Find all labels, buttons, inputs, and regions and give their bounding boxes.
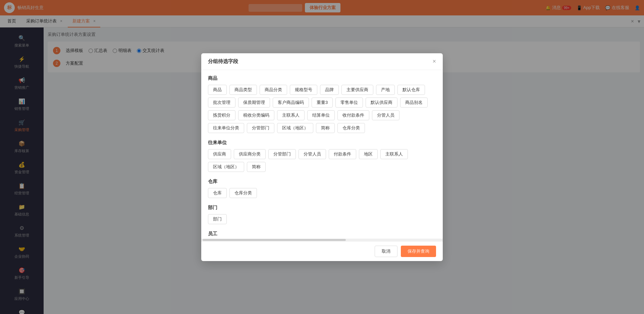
field-tag-简称[interactable]: 简称 xyxy=(247,162,266,172)
field-tag-分管部门[interactable]: 分管部门 xyxy=(268,149,296,159)
field-tag-仓库[interactable]: 仓库 xyxy=(208,188,227,198)
field-tag-默认供应商[interactable]: 默认供应商 xyxy=(366,98,397,108)
field-tag-规格型号[interactable]: 规格型号 xyxy=(290,85,317,95)
field-tag-分管人员[interactable]: 分管人员 xyxy=(299,149,326,159)
field-tag-区域（地区）[interactable]: 区域（地区） xyxy=(208,162,244,172)
field-tag-税收分类编码[interactable]: 税收分类编码 xyxy=(238,110,274,120)
field-tag-供应商[interactable]: 供应商 xyxy=(208,149,231,159)
field-tag-仓库分类[interactable]: 仓库分类 xyxy=(337,123,365,133)
field-group-部门: 部门部门 xyxy=(208,205,436,224)
field-tag-往来单位分类[interactable]: 往来单位分类 xyxy=(208,123,244,133)
field-group-title-员工: 员工 xyxy=(208,231,436,237)
field-group-title-往来单位: 往来单位 xyxy=(208,140,436,146)
field-tag-简称[interactable]: 简称 xyxy=(316,123,335,133)
field-tag-零售单位[interactable]: 零售单位 xyxy=(335,98,363,108)
field-group-仓库: 仓库仓库仓库分类 xyxy=(208,179,436,198)
modal-body: 商品商品商品类型商品分类规格型号品牌主要供应商产地默认仓库批次管理保质期管理客户… xyxy=(201,70,443,239)
field-tag-分管人员[interactable]: 分管人员 xyxy=(372,110,399,120)
field-tag-默认仓库[interactable]: 默认仓库 xyxy=(397,85,425,95)
field-tag-结算单位[interactable]: 结算单位 xyxy=(307,110,335,120)
field-tag-主联系人[interactable]: 主联系人 xyxy=(277,110,305,120)
field-group-商品: 商品商品商品类型商品分类规格型号品牌主要供应商产地默认仓库批次管理保质期管理客户… xyxy=(208,75,436,133)
field-tag-商品别名[interactable]: 商品别名 xyxy=(400,98,428,108)
field-tag-部门[interactable]: 部门 xyxy=(208,214,227,224)
field-tag-拣货积分[interactable]: 拣货积分 xyxy=(208,110,235,120)
field-group-员工: 员工业务员 xyxy=(208,231,436,239)
field-tag-供应商分类[interactable]: 供应商分类 xyxy=(234,149,266,159)
field-group-title-仓库: 仓库 xyxy=(208,179,436,185)
field-tag-收付款条件[interactable]: 收付款条件 xyxy=(337,110,369,120)
modal-horizontal-scrollbar[interactable] xyxy=(201,239,443,241)
modal-footer: 取消 保存并查询 xyxy=(201,241,443,261)
field-tag-批次管理[interactable]: 批次管理 xyxy=(208,98,235,108)
field-tag-区域（地区）[interactable]: 区域（地区） xyxy=(277,123,313,133)
field-tags-部门: 部门 xyxy=(208,214,436,224)
field-tag-仓库分类[interactable]: 仓库分类 xyxy=(229,188,257,198)
field-tag-地区[interactable]: 地区 xyxy=(359,149,378,159)
modal-title: 分组待选字段 xyxy=(208,58,238,65)
field-group-title-商品: 商品 xyxy=(208,75,436,81)
field-tag-商品类型[interactable]: 商品类型 xyxy=(229,85,257,95)
field-tag-分管部门[interactable]: 分管部门 xyxy=(247,123,274,133)
field-tag-客户商品编码[interactable]: 客户商品编码 xyxy=(273,98,309,108)
modal-scrollbar-thumb xyxy=(203,239,346,241)
field-tag-重量3[interactable]: 重量3 xyxy=(312,98,333,108)
field-tag-品牌[interactable]: 品牌 xyxy=(320,85,339,95)
field-tag-商品[interactable]: 商品 xyxy=(208,85,227,95)
field-tags-商品: 商品商品类型商品分类规格型号品牌主要供应商产地默认仓库批次管理保质期管理客户商品… xyxy=(208,85,436,133)
modal-dialog: 分组待选字段 × 商品商品商品类型商品分类规格型号品牌主要供应商产地默认仓库批次… xyxy=(201,53,443,261)
modal-header: 分组待选字段 × xyxy=(201,53,443,70)
modal-close-button[interactable]: × xyxy=(432,58,436,65)
field-tag-主联系人[interactable]: 主联系人 xyxy=(380,149,408,159)
field-group-往来单位: 往来单位供应商供应商分类分管部门分管人员付款条件地区主联系人区域（地区）简称 xyxy=(208,140,436,172)
field-tag-付款条件[interactable]: 付款条件 xyxy=(329,149,356,159)
field-group-title-部门: 部门 xyxy=(208,205,436,211)
field-tag-商品分类[interactable]: 商品分类 xyxy=(260,85,287,95)
save-button[interactable]: 保存并查询 xyxy=(401,246,436,257)
cancel-button[interactable]: 取消 xyxy=(375,246,397,257)
field-tag-保质期管理[interactable]: 保质期管理 xyxy=(238,98,270,108)
field-tag-主要供应商[interactable]: 主要供应商 xyxy=(341,85,373,95)
field-tags-仓库: 仓库仓库分类 xyxy=(208,188,436,198)
field-tags-往来单位: 供应商供应商分类分管部门分管人员付款条件地区主联系人区域（地区）简称 xyxy=(208,149,436,172)
field-tag-产地[interactable]: 产地 xyxy=(376,85,395,95)
modal-backdrop: 分组待选字段 × 商品商品商品类型商品分类规格型号品牌主要供应商产地默认仓库批次… xyxy=(0,0,644,314)
